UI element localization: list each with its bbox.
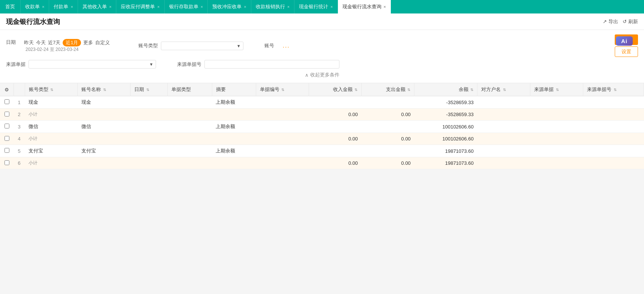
th-gear[interactable]: ⚙ [0, 83, 14, 96]
date-range-display: 2023-02-24 至 2023-03-24 [26, 46, 110, 53]
close-icon[interactable]: × [157, 4, 159, 9]
account-label: 账号 [264, 42, 279, 49]
th-expense[interactable]: 支出金额 ⇅ [362, 83, 414, 96]
shortcut-custom[interactable]: 自定义 [95, 39, 110, 46]
row-summary [212, 133, 256, 145]
th-source-doc-no[interactable]: 来源单据号 ⇅ [583, 83, 644, 96]
table-row: 6 小计 0.00 0.00 19871073.60 [0, 157, 644, 169]
row-date [131, 109, 168, 121]
nav-tab-2[interactable]: 其他收入单 × [78, 0, 116, 13]
th-counterpart[interactable]: 对方户名 ⇅ [477, 83, 530, 96]
nav-tab-8[interactable]: 现金银行流水查询 × [338, 0, 391, 13]
close-icon[interactable]: × [42, 4, 44, 9]
settings-button[interactable]: 设置 [615, 46, 638, 57]
account-type-label: 账号类型 [138, 42, 158, 49]
th-summary: 摘要 [212, 83, 256, 96]
sort-icon: ⇅ [556, 88, 559, 92]
row-index: 6 [14, 157, 25, 169]
source-doc-no-input[interactable] [204, 60, 339, 69]
row-counterpart [477, 96, 530, 109]
close-icon[interactable]: × [287, 4, 290, 9]
nav-tab-1[interactable]: 付款单 × [49, 0, 78, 13]
row-checkbox[interactable] [0, 157, 14, 169]
th-date[interactable]: 日期 ⇅ [131, 83, 168, 96]
row-checkbox[interactable] [0, 109, 14, 121]
row-balance: 19871073.60 [414, 157, 477, 169]
nav-tab-4[interactable]: 银行存取款单 × [165, 0, 208, 13]
row-checkbox[interactable] [0, 121, 14, 133]
th-balance[interactable]: 余额 ⇅ [414, 83, 477, 96]
collapse-bar[interactable]: ∧ 收起更多条件 [6, 72, 638, 78]
row-doc-type [167, 109, 212, 121]
row-checkbox[interactable] [0, 133, 14, 145]
row-date [131, 121, 168, 133]
page-title: 现金银行流水查询 [6, 17, 60, 26]
close-icon[interactable]: × [71, 4, 73, 9]
sort-icon: ⇅ [354, 88, 357, 92]
source-doc-select[interactable]: ▾ [29, 60, 156, 69]
row-checkbox[interactable] [0, 145, 14, 157]
row-counterpart [477, 145, 530, 157]
nav-home[interactable]: 首页 [0, 0, 21, 13]
source-doc-label: 来源单据 [6, 61, 26, 68]
export-button[interactable]: ↗ 导出 [603, 18, 618, 25]
data-table: ⚙ 账号类型 ⇅ 账号名称 ⇅ 日期 ⇅ 单据类型 摘要 [0, 83, 644, 169]
row-counterpart [477, 133, 530, 145]
close-icon[interactable]: × [109, 4, 111, 9]
row-account-name: 现金 [78, 96, 131, 109]
source-doc-no-filter: 来源单据号 [177, 60, 339, 69]
row-account-type: 现金 [25, 96, 78, 109]
row-index: 2 [14, 109, 25, 121]
nav-tab-6[interactable]: 收款核销执行 × [251, 0, 294, 13]
close-icon[interactable]: × [244, 4, 246, 9]
filter-area: 日期 昨天 今天 近7天 近1月 更多 自定义 2023-02-24 至 202… [0, 30, 644, 83]
th-account-type[interactable]: 账号类型 ⇅ [25, 83, 78, 96]
row-expense: 0.00 [362, 133, 414, 145]
nav-tab-0[interactable]: 收款单 × [21, 0, 49, 13]
sort-icon: ⇅ [50, 88, 53, 92]
account-dots-button[interactable]: ... [282, 42, 290, 49]
refresh-button[interactable]: ↺ 刷新 [623, 18, 638, 25]
sort-icon: ⇅ [614, 88, 617, 92]
close-icon[interactable]: × [384, 4, 386, 9]
nav-tab-3[interactable]: 应收应付调整单 × [116, 0, 164, 13]
row-source-doc-no [583, 133, 644, 145]
row-source-doc-no [583, 96, 644, 109]
page-header: 现金银行流水查询 ↗ 导出 ↺ 刷新 [0, 13, 644, 30]
close-icon[interactable]: × [201, 4, 203, 9]
ai-badge[interactable]: Ai [616, 36, 633, 46]
th-source-doc[interactable]: 来源单据 ⇅ [530, 83, 583, 96]
nav-tab-7[interactable]: 现金银行统计 × [294, 0, 338, 13]
shortcut-1month[interactable]: 近1月 [63, 39, 81, 46]
sort-icon: ⇅ [470, 88, 473, 92]
row-income: 0.00 [309, 109, 362, 121]
th-account-name[interactable]: 账号名称 ⇅ [78, 83, 131, 96]
row-date [131, 133, 168, 145]
account-type-select[interactable]: ▾ [161, 42, 243, 50]
close-icon[interactable]: × [330, 4, 333, 9]
chevron-down-icon: ▾ [150, 61, 153, 67]
chevron-down-icon: ▾ [237, 43, 240, 49]
account-filter: 账号 ... [264, 42, 290, 49]
row-source-doc [530, 109, 583, 121]
row-income: 0.00 [309, 133, 362, 145]
row-income: 0.00 [309, 157, 362, 169]
shortcut-more[interactable]: 更多 [83, 39, 93, 46]
row-checkbox[interactable] [0, 96, 14, 109]
row-doc-no [256, 157, 309, 169]
nav-tab-5[interactable]: 预收冲应收单 × [208, 0, 251, 13]
table-row: 5 支付宝 支付宝 上期余额 19871073.60 [0, 145, 644, 157]
row-balance: -3528659.33 [414, 96, 477, 109]
row-income [309, 145, 362, 157]
row-balance: -3528659.33 [414, 109, 477, 121]
shortcut-today[interactable]: 今天 [36, 39, 46, 46]
row-income [309, 96, 362, 109]
shortcut-yesterday[interactable]: 昨天 [24, 39, 34, 46]
th-income[interactable]: 收入金额 ⇅ [309, 83, 362, 96]
row-counterpart [477, 157, 530, 169]
th-doc-no[interactable]: 单据编号 ⇅ [256, 83, 309, 96]
row-doc-type [167, 133, 212, 145]
row-summary: 上期余额 [212, 96, 256, 109]
shortcut-7days[interactable]: 近7天 [48, 39, 60, 46]
sort-icon: ⇅ [281, 88, 284, 92]
